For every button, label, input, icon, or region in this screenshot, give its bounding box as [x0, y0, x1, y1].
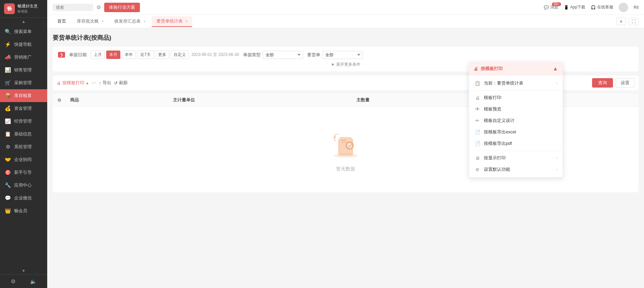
export-pdf-icon: 📄	[474, 141, 480, 146]
print-dropdown-section: 📋 当前：要货单统计表 › 🖨 模板打印 👁 模板预览	[469, 75, 563, 177]
search-input[interactable]	[53, 4, 93, 11]
apps-icon: 🔧	[4, 182, 11, 188]
order-type-label: 单据类型	[243, 52, 261, 58]
tab-close-order-stats[interactable]: ×	[185, 19, 187, 23]
sidebar-item-search[interactable]: 🔍 搜索菜单	[0, 25, 47, 38]
username-label[interactable]: Rit	[634, 5, 639, 10]
template-preview-icon: 👁	[474, 106, 480, 112]
svg-point-7	[334, 136, 336, 138]
sidebar-item-operations[interactable]: 📈 经营管理	[0, 115, 47, 128]
sidebar-item-wechat[interactable]: 💬 企业微信	[0, 192, 47, 204]
date-btn-last-month[interactable]: 上月	[91, 51, 105, 59]
table-settings-icon[interactable]: ⚙	[57, 98, 61, 103]
date-btn-this-month[interactable]: 本月	[106, 51, 120, 59]
table-header-goods: 商品	[66, 94, 169, 107]
user-avatar[interactable]	[619, 3, 628, 12]
export-pdf-item[interactable]: 📄 按模板导出pdf	[469, 138, 563, 149]
divider-1	[469, 90, 563, 91]
date-btn-this-year[interactable]: 本年	[122, 51, 136, 59]
more-btn[interactable]: ···	[92, 80, 96, 86]
sidebar-item-apps[interactable]: 🔧 应用中心	[0, 179, 47, 192]
tab-order-stats[interactable]: 要货单统计表 ×	[152, 16, 192, 27]
order-goods-label: 要货单	[307, 52, 320, 58]
export-excel-icon: 📄	[474, 129, 480, 135]
purchase-icon: 🛒	[4, 80, 11, 86]
sidebar-item-basic[interactable]: 📋 基础信息	[0, 128, 47, 140]
print-btn[interactable]: 🖨 按模板打印 ▲	[57, 80, 89, 86]
sidebar-item-guide[interactable]: 🎯 新手引导	[0, 166, 47, 179]
expand-more-btn[interactable]: ▼ 展开更多条件	[331, 62, 360, 67]
tab-bar-right: ✕ ⛶	[616, 18, 639, 25]
sidebar-item-purchase[interactable]: 🛒 采购管理	[0, 76, 47, 89]
date-btn-custom[interactable]: 自定义	[171, 51, 189, 59]
sidebar-item-collab[interactable]: 🤝 企业协同	[0, 153, 47, 166]
query-btn[interactable]: 查询	[592, 78, 613, 88]
operations-icon: 📈	[4, 118, 11, 124]
set-default-item[interactable]: ⚙ 设置默认功能 ›	[469, 164, 563, 175]
print-dropdown-title: 🖨 按模板打印	[474, 66, 503, 72]
sidebar-item-inventory[interactable]: 📦 库存核算	[0, 89, 47, 102]
date-btn-more[interactable]: 更多	[155, 51, 169, 59]
date-btn-7days[interactable]: 近7天	[137, 51, 154, 59]
tab-bar-expand-btn[interactable]: ⛶	[628, 18, 639, 25]
print-dropdown-close-btn[interactable]: ▲	[553, 66, 558, 72]
finance-icon: 💰	[4, 105, 11, 111]
sidebar-scroll-up[interactable]: ▲	[0, 18, 47, 25]
tab-close-inventory-batch[interactable]: ×	[101, 19, 104, 23]
table-header-unit: 主计量单位	[169, 94, 352, 107]
template-preview-item[interactable]: 👁 模板预览	[469, 103, 563, 115]
print-icon: 🖨	[57, 81, 61, 86]
template-print-item[interactable]: 🖨 模板打印	[469, 92, 563, 103]
page-title: 要货单统计表(按商品)	[53, 34, 639, 42]
headset-icon: 🎧	[591, 5, 596, 10]
tab-collect-summary[interactable]: 收发存汇总表 ×	[110, 16, 150, 27]
refresh-btn[interactable]: ↺ 刷新	[114, 80, 128, 86]
settings-btn[interactable]: 设置	[616, 78, 635, 88]
topbar-gear-icon[interactable]: ⚙	[96, 4, 101, 10]
display-print-item[interactable]: 🖥 按显示打印 ›	[469, 152, 563, 164]
settings-icon[interactable]: ⚙	[11, 278, 16, 285]
speaker-icon[interactable]: 🔈	[30, 278, 37, 285]
search-icon: 🔍	[4, 29, 11, 35]
current-template-item[interactable]: 📋 当前：要货单统计表 ›	[469, 77, 563, 89]
online-service-btn[interactable]: 🎧 在线客服	[591, 4, 613, 10]
sidebar: 畅 畅通好生意 标准版 ▲ 🔍 搜索菜单 ⚡ 快捷导航 📣 营销推广 📊 销售管…	[0, 0, 47, 288]
svg-rect-5	[341, 140, 346, 141]
expand-more-icon: ▼	[331, 62, 335, 67]
sidebar-scroll-down[interactable]: ▼	[0, 267, 47, 275]
app-logo-text: 畅通好生意 标准版	[18, 4, 38, 14]
date-range-display: 2023-06-01 至 2023-06-30	[192, 52, 239, 58]
content-area: 要货单统计表(按商品) ❯ 单据日期 上月 本月 本年 近7天 更多 自定义 2…	[47, 28, 644, 288]
topbar: ⚙ 体验行业方案 💬 消息 99+ 📱 App下载 🎧 在线客服 Rit	[47, 0, 644, 15]
svg-rect-6	[341, 142, 349, 143]
order-type-field: 单据类型 全部	[243, 51, 303, 59]
order-goods-field: 要货单 全部	[307, 51, 363, 59]
wechat-icon: 💬	[4, 195, 11, 201]
sidebar-item-member[interactable]: 👑 畅会员	[0, 204, 47, 217]
order-goods-select[interactable]: 全部	[322, 51, 363, 59]
table-header-settings[interactable]: ⚙	[53, 94, 66, 107]
empty-icon	[329, 127, 362, 161]
filter-toggle-btn[interactable]: ❯	[58, 52, 65, 58]
tab-close-collect-summary[interactable]: ×	[143, 19, 145, 23]
tab-inventory-batch[interactable]: 库存批次账 ×	[72, 16, 108, 27]
order-type-select[interactable]: 全部	[263, 51, 303, 59]
inventory-icon: 📦	[4, 93, 11, 99]
message-btn[interactable]: 💬 消息 99+	[544, 4, 558, 10]
export-excel-item[interactable]: 📄 按模板导出excel	[469, 126, 563, 138]
sidebar-item-system[interactable]: ⚙ 系统管理	[0, 140, 47, 153]
sidebar-item-marketing[interactable]: 📣 营销推广	[0, 51, 47, 64]
display-print-icon: 🖥	[474, 156, 480, 161]
current-template-arrow: ›	[556, 81, 557, 86]
export-btn[interactable]: ↑ 导出	[99, 80, 111, 86]
tab-home[interactable]: 首页	[53, 16, 71, 27]
sidebar-item-finance[interactable]: 💰 资金管理	[0, 102, 47, 115]
tab-bar-close-btn[interactable]: ✕	[616, 18, 626, 25]
sidebar-item-sales[interactable]: 📊 销售管理	[0, 64, 47, 76]
app-download-btn[interactable]: 📱 App下载	[564, 4, 585, 10]
sidebar-item-quick-nav[interactable]: ⚡ 快捷导航	[0, 38, 47, 51]
quick-nav-icon: ⚡	[4, 41, 11, 47]
template-custom-item[interactable]: ✏ 模板自定义设计	[469, 115, 563, 126]
industry-btn[interactable]: 体验行业方案	[104, 3, 140, 12]
message-badge: 99+	[552, 2, 561, 6]
